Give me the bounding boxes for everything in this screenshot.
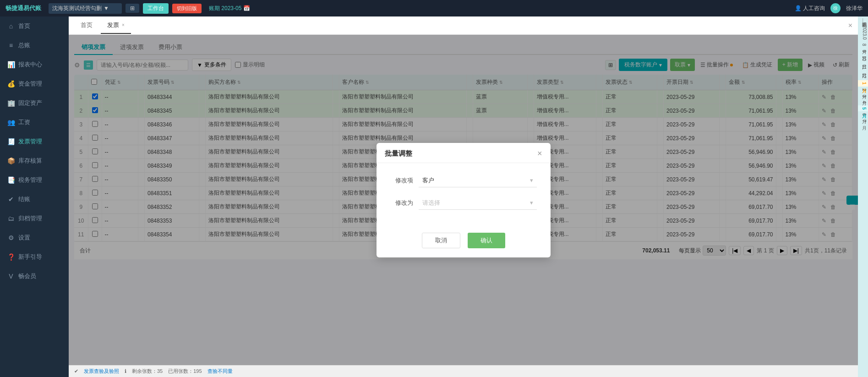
icon-btn[interactable]: ⊞ (126, 4, 139, 13)
sidebar-item-assets[interactable]: 🏢 固定资产 (0, 93, 69, 113)
sidebar-label-guide: 新手引导 (18, 253, 42, 261)
inventory-icon: 📦 (7, 157, 15, 164)
cal-4[interactable]: 4月 (858, 99, 868, 105)
sidebar-label-ledger: 总账 (18, 41, 30, 49)
value-placeholder: 请选择 (422, 199, 440, 207)
vip-icon: V (7, 273, 15, 280)
top-right: 👤 人工咨询 徐 徐泽华 (795, 3, 863, 13)
page-content: 销项发票 进项发票 费用小票 ⚙ ☰ ▼ 更多条件 (69, 35, 858, 365)
sidebar-item-invoice[interactable]: 🧾 发票管理 (0, 132, 69, 151)
ledger-icon: ≡ (7, 42, 15, 49)
modal-title: 批量调整 (385, 149, 412, 158)
check-icon: ✔ (74, 368, 78, 374)
cal-period[interactable]: 期间选... (858, 16, 868, 24)
review-link[interactable]: 查验不同量 (207, 368, 233, 375)
sidebar-item-ledger[interactable]: ≡ 总账 (0, 36, 69, 55)
value-dropdown-icon: ▾ (530, 199, 533, 206)
sidebar-item-settings[interactable]: ⚙ 设置 (0, 228, 69, 247)
used-label: 已用张数：195 (168, 368, 202, 375)
app-logo: 畅捷通易代账 (5, 4, 41, 12)
form-row-field: 修改项 客户 ▾ (390, 174, 537, 187)
sidebar-label-settings: 设置 (18, 234, 30, 242)
remaining-label: 剩余张数：35 (132, 368, 163, 375)
confirm-button[interactable]: 确认 (468, 233, 505, 248)
sidebar-item-payroll[interactable]: 👥 工资 (0, 113, 69, 132)
modal-overlay: 批量调整 × 修改项 客户 ▾ (69, 35, 858, 365)
payroll-icon: 👥 (7, 119, 15, 126)
cal-6[interactable]: 6月 (858, 111, 868, 118)
tax-icon: 📑 (7, 176, 15, 184)
sidebar-label-tax: 税务管理 (18, 176, 42, 184)
sidebar-label-funds: 资金管理 (18, 80, 42, 88)
sidebar-label-payroll: 工资 (18, 118, 30, 126)
sidebar-item-tax[interactable]: 📑 税务管理 (0, 170, 69, 190)
cal-11[interactable]: 11月 (858, 63, 868, 71)
cal-12[interactable]: 12月 (858, 71, 868, 80)
info-icon: ℹ (125, 368, 126, 374)
modal-footer: 取消 确认 (377, 228, 551, 257)
modal-header: 批量调整 × (377, 143, 551, 163)
tab-invoice[interactable]: 发票 × (101, 17, 131, 34)
cal-2[interactable]: 2月 (858, 87, 868, 93)
value-label: 修改为 (390, 199, 413, 207)
tab-bar: 首页 发票 × × (69, 16, 858, 35)
field-dropdown-icon: ▾ (530, 177, 533, 184)
cancel-button[interactable]: 取消 (422, 233, 460, 248)
sidebar-item-guide[interactable]: ❓ 新手引导 (0, 247, 69, 267)
sidebar-label-settlement: 结账 (18, 195, 30, 203)
cal-9[interactable]: 9月 (858, 48, 868, 55)
tab-home[interactable]: 首页 (74, 17, 99, 34)
sidebar-item-home[interactable]: ⌂ 首页 (0, 16, 69, 36)
sidebar-item-vip[interactable]: V 畅会员 (0, 267, 69, 286)
sidebar-item-settlement[interactable]: ✔ 结账 (0, 190, 69, 209)
tab-home-label: 首页 (81, 21, 93, 29)
home-icon: ⌂ (7, 22, 15, 30)
settings-icon: ⚙ (7, 234, 15, 241)
sidebar-item-inventory[interactable]: 📦 库存核算 (0, 151, 69, 170)
tab-close-icon[interactable]: × (122, 22, 125, 27)
close-all-icon[interactable]: × (848, 22, 852, 29)
sidebar-label-invoice: 发票管理 (18, 137, 42, 146)
dropdown-icon: ▼ (104, 5, 109, 11)
field-select[interactable]: 客户 ▾ (419, 174, 537, 187)
sidebar-item-reports[interactable]: 📊 报表中心 (0, 55, 69, 74)
cal-7[interactable]: 7月 (858, 118, 868, 124)
reports-icon: 📊 (7, 61, 15, 68)
settlement-icon: ✔ (7, 196, 15, 203)
tab-close-all[interactable]: × (848, 22, 852, 30)
archive-icon: 🗂 (7, 215, 15, 222)
period-label: 账期 2023-05 📅 (209, 5, 250, 12)
check-link[interactable]: 发票查验及验照 (84, 368, 119, 375)
cal-8[interactable]: 8月 (858, 42, 868, 48)
sidebar-label-home: 首页 (18, 22, 30, 30)
cal-10[interactable]: 10月 (858, 54, 868, 63)
modal-close-btn[interactable]: × (537, 149, 542, 158)
batch-adjust-modal: 批量调整 × 修改项 客户 ▾ (377, 143, 551, 257)
sidebar-label-inventory: 库存核算 (18, 157, 42, 165)
field-value: 客户 (422, 176, 434, 185)
funds-icon: 💰 (7, 80, 15, 87)
tab-invoice-label: 发票 (107, 21, 119, 29)
user-avatar: 徐 (830, 3, 841, 13)
field-label: 修改项 (390, 176, 413, 185)
sidebar-item-funds[interactable]: 💰 资金管理 (0, 74, 69, 93)
company-name: 沈海英测试经营勾删 (52, 5, 102, 12)
user-name: 徐泽华 (846, 5, 863, 12)
company-selector[interactable]: 沈海英测试经营勾删 ▼ (49, 3, 122, 14)
top-bar: 畅捷通易代账 沈海英测试经营勾删 ▼ ⊞ 工作台 切到旧版 账期 2023-05… (0, 0, 868, 16)
guide-icon: ❓ (7, 253, 15, 261)
workspace-btn[interactable]: 工作台 (143, 3, 169, 14)
cal-3[interactable]: 3月 (858, 93, 868, 99)
form-row-value: 修改为 请选择 ▾ (390, 197, 537, 210)
sidebar: ⌂ 首页 ≡ 总账 📊 报表中心 💰 资金管理 🏢 固定资产 👥 工资 (0, 16, 69, 377)
sidebar-item-archive[interactable]: 🗂 归档管理 (0, 209, 69, 228)
switch-period-btn[interactable]: 切到旧版 (172, 4, 202, 13)
sidebar-label-assets: 固定资产 (18, 99, 42, 107)
sidebar-label-reports: 报表中心 (18, 60, 42, 69)
cal-1[interactable]: 1月 (858, 80, 868, 87)
right-calendar-panel: 期间选... 2023.0 8月 9月 10月 11月 12月 1月 2月 3月… (858, 16, 868, 377)
support-btn[interactable]: 👤 人工咨询 (795, 5, 825, 12)
cal-5[interactable]: 5月 (858, 105, 868, 112)
value-select[interactable]: 请选择 ▾ (419, 197, 537, 210)
assets-icon: 🏢 (7, 99, 15, 107)
